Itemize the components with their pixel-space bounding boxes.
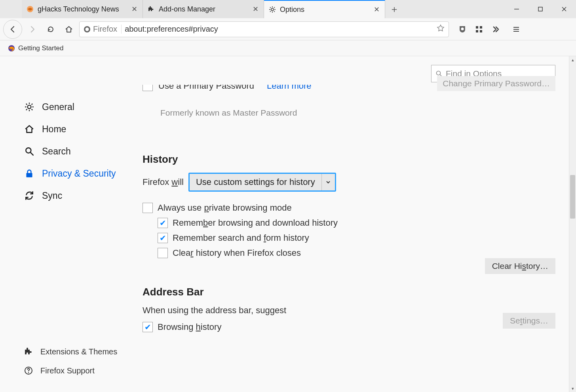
category-sync[interactable]: Sync xyxy=(20,185,135,207)
history-settings-button: Settings… xyxy=(503,313,555,329)
tab-bar: gHacks Technology News ✕ Add-ons Manager… xyxy=(0,0,576,18)
category-search[interactable]: Search xyxy=(20,140,135,162)
gear-icon xyxy=(269,6,276,13)
addressbar-intro: When using the address bar, suggest xyxy=(143,305,553,316)
svg-line-31 xyxy=(32,109,32,110)
sidebar-label: Extensions & Themes xyxy=(40,347,117,356)
menu-button[interactable] xyxy=(508,21,524,37)
nav-toolbar: Firefox about:preferences#privacy xyxy=(0,18,576,40)
tab-spacer xyxy=(0,0,22,18)
identity-label: Firefox xyxy=(93,25,117,34)
clear-on-close-label: Clear history when Firefox closes xyxy=(173,248,301,258)
suggest-history-label: Browsing history xyxy=(158,322,221,332)
svg-line-35 xyxy=(30,152,33,155)
category-home[interactable]: Home xyxy=(20,118,135,140)
svg-point-15 xyxy=(86,27,89,31)
clear-on-close-checkbox[interactable] xyxy=(158,248,168,258)
maximize-button[interactable] xyxy=(528,0,552,18)
remember-search-checkbox[interactable] xyxy=(158,233,168,243)
bookmark-getting-started[interactable]: Getting Started xyxy=(6,43,66,54)
tab-label: gHacks Technology News xyxy=(38,5,131,13)
clear-history-button[interactable]: Clear History… xyxy=(485,258,555,274)
search-icon xyxy=(24,146,35,157)
vertical-scrollbar[interactable]: ▴ ▾ xyxy=(569,56,576,392)
primary-password-checkbox[interactable] xyxy=(143,85,153,91)
lock-icon xyxy=(24,168,35,179)
remember-search-label: Remember search and form history xyxy=(173,233,309,243)
sidebar-support[interactable]: Firefox Support xyxy=(20,361,121,380)
scroll-down-arrow[interactable]: ▾ xyxy=(569,385,576,392)
ublock-icon[interactable] xyxy=(454,21,470,37)
remember-browsing-label: Remember browsing and download history xyxy=(173,218,338,228)
bookmarks-toolbar: Getting Started xyxy=(0,40,576,56)
primary-password-note: Formerly known as Master Password xyxy=(160,108,553,118)
minimize-button[interactable] xyxy=(505,0,528,18)
bookmark-star-icon[interactable] xyxy=(437,24,445,34)
close-icon[interactable]: ✕ xyxy=(252,6,259,13)
select-value: Use custom settings for history xyxy=(190,177,321,187)
always-private-label: Always use private browsing mode xyxy=(158,203,292,213)
help-icon xyxy=(24,366,33,375)
home-icon xyxy=(24,124,35,135)
identity-box[interactable]: Firefox xyxy=(84,25,122,34)
overflow-icon[interactable] xyxy=(488,21,504,37)
sync-icon xyxy=(24,190,35,201)
svg-line-6 xyxy=(270,7,271,8)
svg-point-1 xyxy=(271,8,274,11)
new-tab-button[interactable]: ＋ xyxy=(385,0,403,18)
chevron-down-icon xyxy=(321,174,335,190)
sidebar-label: Firefox Support xyxy=(40,366,95,375)
addressbar-heading: Address Bar xyxy=(143,286,553,298)
always-private-checkbox[interactable] xyxy=(143,203,153,213)
tab-label: Options xyxy=(280,6,373,14)
category-label: Home xyxy=(42,124,66,135)
tab-ghacks[interactable]: gHacks Technology News ✕ xyxy=(22,0,143,18)
suggest-history-checkbox[interactable] xyxy=(143,322,153,332)
reload-button[interactable] xyxy=(43,21,59,37)
svg-rect-36 xyxy=(26,173,32,177)
svg-point-38 xyxy=(28,372,29,373)
remember-browsing-checkbox[interactable] xyxy=(158,218,168,228)
gear-icon xyxy=(24,101,35,112)
category-label: Privacy & Security xyxy=(42,168,116,179)
history-heading: History xyxy=(143,153,553,166)
close-icon[interactable]: ✕ xyxy=(131,6,138,13)
firefox-icon xyxy=(8,45,15,52)
tab-addons[interactable]: Add-ons Manager ✕ xyxy=(143,0,264,18)
home-button[interactable] xyxy=(61,21,77,37)
svg-rect-17 xyxy=(476,26,478,29)
sidebar-extensions[interactable]: Extensions & Themes xyxy=(20,342,121,361)
window-controls xyxy=(505,0,576,18)
scroll-thumb[interactable] xyxy=(570,175,575,219)
back-button[interactable] xyxy=(3,20,22,39)
svg-line-8 xyxy=(270,11,271,12)
svg-line-32 xyxy=(26,109,27,110)
bookmark-label: Getting Started xyxy=(18,44,63,52)
svg-line-7 xyxy=(274,11,275,12)
svg-line-9 xyxy=(274,7,275,8)
addons-icon[interactable] xyxy=(471,21,487,37)
url-bar[interactable]: Firefox about:preferences#privacy xyxy=(79,21,449,37)
close-window-button[interactable] xyxy=(552,0,576,18)
url-text: about:preferences#privacy xyxy=(125,25,433,34)
svg-rect-18 xyxy=(480,26,482,29)
close-icon[interactable]: ✕ xyxy=(373,6,380,13)
puzzle-icon xyxy=(24,347,33,356)
preferences-content: General Home Search Privacy & Security xyxy=(0,56,569,392)
history-mode-select[interactable]: Use custom settings for history xyxy=(188,173,336,192)
learn-more-link[interactable]: Learn more xyxy=(267,85,312,91)
svg-point-16 xyxy=(461,27,464,30)
primary-password-label: Use a Primary Password xyxy=(158,85,254,91)
category-general[interactable]: General xyxy=(20,96,135,118)
category-label: General xyxy=(42,102,74,112)
favicon-ghacks xyxy=(27,6,34,13)
svg-rect-11 xyxy=(538,7,542,11)
svg-line-30 xyxy=(26,104,27,105)
tab-label: Add-ons Manager xyxy=(159,5,252,13)
svg-line-33 xyxy=(32,104,32,105)
category-privacy[interactable]: Privacy & Security xyxy=(20,162,135,185)
scroll-up-arrow[interactable]: ▴ xyxy=(569,56,576,63)
forward-button[interactable] xyxy=(25,21,40,37)
firefox-will-label: Firefox will xyxy=(143,177,184,187)
tab-options[interactable]: Options ✕ xyxy=(264,0,385,18)
